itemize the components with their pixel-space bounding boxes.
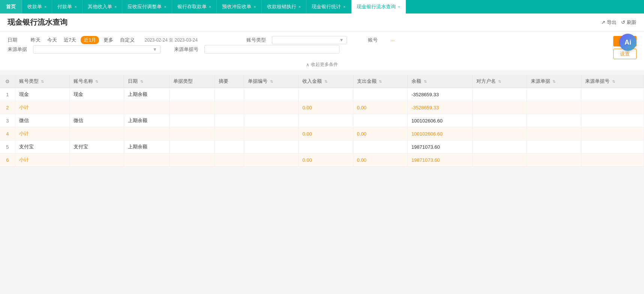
col-balance[interactable]: 余额 ⇅ xyxy=(407,75,472,88)
sort-icon: ⇅ xyxy=(41,79,44,84)
sort-icon: ⇅ xyxy=(552,79,555,84)
refresh-button[interactable]: ↺ 刷新 xyxy=(621,19,636,26)
col-source-doc-no[interactable]: 来源单据号 ⇅ xyxy=(581,75,644,88)
table-row[interactable]: 4小计0.000.00100102606.60 xyxy=(0,127,644,140)
table-row[interactable]: 3微信微信上期余额100102606.60 xyxy=(0,114,644,127)
nav-bank-deposit-label: 银行存取款单 xyxy=(177,3,207,10)
date-opt-more[interactable]: 更多 xyxy=(101,36,116,44)
account-type-label: 账号类型 xyxy=(246,37,266,43)
sort-icon: ⇅ xyxy=(324,79,327,84)
page-title: 现金银行流水查询 xyxy=(8,17,68,27)
export-icon: ↗ xyxy=(601,19,605,25)
nav-other-income[interactable]: 其他收入单 × xyxy=(83,0,122,13)
sort-icon: ⇅ xyxy=(95,79,98,84)
nav-cash-bank-flow-label: 现金银行流水查询 xyxy=(357,3,396,10)
top-nav: 首页 收款单 × 付款单 × 其他收入单 × 应收应付调整单 × 银行存取款单 … xyxy=(0,0,644,13)
refresh-label: 刷新 xyxy=(627,19,636,26)
nav-home-label: 首页 xyxy=(6,3,16,10)
col-settings[interactable]: ⚙ xyxy=(0,75,15,88)
col-source-doc[interactable]: 来源单据 ⇅ xyxy=(527,75,581,88)
sort-icon: ⇅ xyxy=(270,79,273,84)
close-icon[interactable]: × xyxy=(299,4,301,9)
nav-payments[interactable]: 付款单 × xyxy=(52,0,82,13)
nav-receipt-verify-label: 收款核销执行 xyxy=(267,3,296,10)
table-row[interactable]: 5支付宝支付宝上期余额19871073.60 xyxy=(0,140,644,154)
filter-area: 日期 昨天 今天 近7天 近1月 更多 自定义 2023-02-24 至 202… xyxy=(0,31,644,71)
close-icon[interactable]: × xyxy=(209,4,211,9)
account-type-select[interactable]: ▼ xyxy=(272,36,347,44)
nav-ar-ap-label: 应收应付调整单 xyxy=(128,3,162,10)
nav-other-income-label: 其他收入单 xyxy=(88,3,112,10)
header-actions: ↗ 导出 ↺ 刷新 xyxy=(601,19,636,26)
sort-icon: ⇅ xyxy=(498,79,501,84)
close-icon[interactable]: × xyxy=(74,4,77,9)
table-header-row: ⚙ 账号类型 ⇅ 账号名称 ⇅ 日期 ⇅ 单据类型 摘要 xyxy=(0,75,644,88)
refresh-icon: ↺ xyxy=(621,19,625,25)
data-table: ⚙ 账号类型 ⇅ 账号名称 ⇅ 日期 ⇅ 单据类型 摘要 xyxy=(0,75,644,167)
date-opt-7days[interactable]: 近7天 xyxy=(62,36,78,44)
account-label: 账号 xyxy=(368,37,383,43)
sort-icon: ⇅ xyxy=(424,79,427,84)
nav-prepay-label: 预收冲应收单 xyxy=(222,3,251,10)
source-doc-no-input[interactable] xyxy=(204,45,339,54)
table-row[interactable]: 6小计0.000.0019871073.60 xyxy=(0,154,644,167)
col-summary[interactable]: 摘要 xyxy=(215,75,244,88)
table-row[interactable]: 2小计0.000.00-3528659.33 xyxy=(0,101,644,114)
col-account-type[interactable]: 账号类型 ⇅ xyxy=(15,75,69,88)
sort-icon: ⇅ xyxy=(140,79,143,84)
col-counterpart[interactable]: 对方户名 ⇅ xyxy=(472,75,527,88)
export-button[interactable]: ↗ 导出 xyxy=(601,19,617,26)
nav-cash-bank-stat-label: 现金银行统计 xyxy=(312,3,341,10)
close-icon[interactable]: × xyxy=(164,4,166,9)
nav-payments-label: 付款单 xyxy=(57,3,72,10)
collapse-bar[interactable]: ∧ 收起更多条件 xyxy=(8,59,636,71)
nav-receipt-verify[interactable]: 收款核销执行 × xyxy=(262,0,306,13)
close-icon[interactable]: × xyxy=(343,4,345,9)
date-opt-1month[interactable]: 近1月 xyxy=(81,36,99,44)
filter-row-2: 来源单据 ▼ 来源单据号 xyxy=(8,45,613,54)
col-expense[interactable]: 支出金额 ⇅ xyxy=(353,75,407,88)
col-doc-type[interactable]: 单据类型 xyxy=(170,75,215,88)
close-icon[interactable]: × xyxy=(44,4,47,9)
source-doc-select[interactable]: ▼ xyxy=(33,45,161,54)
nav-bank-deposit[interactable]: 银行存取款单 × xyxy=(172,0,217,13)
date-range-text: 2023-02-24 至 2023-03-24 xyxy=(144,37,197,43)
col-doc-no[interactable]: 单据编号 ⇅ xyxy=(244,75,299,88)
date-options: 昨天 今天 近7天 近1月 更多 自定义 xyxy=(29,36,137,44)
source-doc-label: 来源单据 xyxy=(8,46,27,53)
table-body: 1现金现金上期余额-3528659.332小计0.000.00-3528659.… xyxy=(0,88,644,167)
nav-receipts-label: 收款单 xyxy=(27,3,42,10)
source-doc-no-label: 来源单据号 xyxy=(174,46,198,53)
chevron-down-icon-2: ▼ xyxy=(153,47,157,52)
close-icon[interactable]: × xyxy=(114,4,117,9)
sort-icon: ⇅ xyxy=(612,79,615,84)
table-area: ⚙ 账号类型 ⇅ 账号名称 ⇅ 日期 ⇅ 单据类型 摘要 xyxy=(0,75,644,167)
account-more-btn[interactable]: ··· xyxy=(390,37,395,43)
export-label: 导出 xyxy=(607,19,617,26)
table-row[interactable]: 1现金现金上期余额-3528659.33 xyxy=(0,88,644,101)
collapse-label: 收起更多条件 xyxy=(311,61,338,68)
nav-ar-ap-adjust[interactable]: 应收应付调整单 × xyxy=(122,0,172,13)
date-filter-label: 日期 xyxy=(8,37,23,43)
date-opt-yesterday[interactable]: 昨天 xyxy=(29,36,43,44)
sort-icon: ⇅ xyxy=(379,79,382,84)
nav-prepay-offset[interactable]: 预收冲应收单 × xyxy=(217,0,261,13)
close-icon[interactable]: × xyxy=(398,4,400,9)
close-icon[interactable]: × xyxy=(254,4,256,9)
nav-receipts[interactable]: 收款单 × xyxy=(22,0,52,13)
date-opt-today[interactable]: 今天 xyxy=(45,36,59,44)
col-date[interactable]: 日期 ⇅ xyxy=(124,75,170,88)
filter-row-1: 日期 昨天 今天 近7天 近1月 更多 自定义 2023-02-24 至 202… xyxy=(8,36,613,44)
page-header: 现金银行流水查询 ↗ 导出 ↺ 刷新 xyxy=(0,13,644,31)
col-account-name[interactable]: 账号名称 ⇅ xyxy=(69,75,124,88)
collapse-icon: ∧ xyxy=(306,62,309,67)
gear-icon[interactable]: ⚙ xyxy=(5,79,10,84)
nav-cash-bank-stat[interactable]: 现金银行统计 × xyxy=(306,0,351,13)
date-opt-custom[interactable]: 自定义 xyxy=(118,36,137,44)
chevron-down-icon: ▼ xyxy=(339,37,344,43)
nav-home[interactable]: 首页 xyxy=(0,0,22,13)
ai-badge[interactable]: Ai xyxy=(619,34,636,51)
col-income[interactable]: 收入金额 ⇅ xyxy=(299,75,353,88)
nav-cash-bank-flow[interactable]: 现金银行流水查询 × xyxy=(351,0,406,13)
